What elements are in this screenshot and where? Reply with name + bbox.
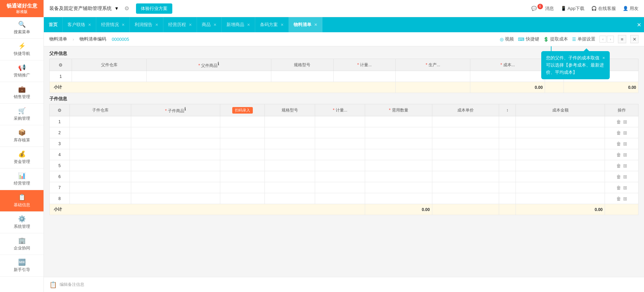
child-warehouse-cell[interactable] bbox=[70, 193, 131, 204]
close-tab-icon[interactable]: ✕ bbox=[189, 23, 192, 27]
online-service-item[interactable]: 🎧 在线客服 bbox=[591, 5, 616, 12]
delete-icon[interactable]: 🗑 bbox=[616, 196, 621, 201]
cost-action[interactable]: 💲 提取成本 bbox=[543, 36, 568, 42]
child-qty-cell[interactable] bbox=[365, 182, 432, 193]
child-warehouse-cell[interactable] bbox=[70, 149, 131, 160]
child-unit-cost-cell[interactable] bbox=[432, 149, 499, 160]
child-unit-cell[interactable] bbox=[315, 171, 365, 182]
child-spec-cell[interactable] bbox=[265, 138, 315, 149]
child-qty-cell[interactable] bbox=[365, 149, 432, 160]
trial-button[interactable]: 体验行业方案 bbox=[136, 3, 172, 14]
tooltip-close-button[interactable]: × bbox=[602, 55, 605, 62]
close-tab-icon[interactable]: ✕ bbox=[88, 23, 91, 27]
delete-icon[interactable]: 🗑 bbox=[616, 174, 621, 179]
sidebar-item-quick-nav[interactable]: ⚡ 快捷导航 bbox=[0, 39, 44, 60]
copy-icon[interactable]: ⊞ bbox=[623, 163, 627, 168]
sidebar-item-system[interactable]: ⚙️ 系统管理 bbox=[0, 212, 44, 233]
child-spec-cell[interactable] bbox=[265, 149, 315, 160]
child-warehouse-cell[interactable] bbox=[70, 127, 131, 138]
child-unit-cost-cell[interactable] bbox=[432, 160, 499, 171]
child-unit-cost-cell[interactable] bbox=[432, 138, 499, 149]
scan-button[interactable]: 扫码录入 bbox=[232, 107, 253, 114]
shortcut-action[interactable]: ⌨ 快捷键 bbox=[518, 36, 539, 42]
close-tab-icon[interactable]: ✕ bbox=[314, 23, 317, 27]
parent-unit-cell[interactable] bbox=[333, 71, 396, 82]
child-qty-cell[interactable] bbox=[365, 138, 432, 149]
copy-icon[interactable]: ⊞ bbox=[623, 196, 627, 201]
child-col-settings[interactable]: ⚙ bbox=[50, 104, 70, 116]
sidebar-item-inventory[interactable]: 📦 库存核算 bbox=[0, 125, 44, 147]
copy-icon[interactable]: ⊞ bbox=[623, 152, 627, 157]
child-qty-cell[interactable] bbox=[365, 116, 432, 127]
close-all-icon[interactable]: ✕ bbox=[637, 22, 641, 28]
close-tab-button[interactable]: ✕ bbox=[630, 35, 639, 43]
delete-icon[interactable]: 🗑 bbox=[616, 119, 621, 125]
sidebar-item-finance[interactable]: 💰 资金管理 bbox=[0, 147, 44, 168]
sidebar-item-basic[interactable]: 📋 基础信息 bbox=[0, 190, 44, 212]
delete-icon[interactable]: 🗑 bbox=[616, 130, 621, 136]
parent-warehouse-cell[interactable] bbox=[72, 71, 147, 82]
child-unit-cost-cell[interactable] bbox=[432, 171, 499, 182]
child-col-scan[interactable]: 扫码录入 bbox=[220, 104, 265, 116]
child-unit-cell[interactable] bbox=[315, 149, 365, 160]
delete-icon[interactable]: 🗑 bbox=[616, 152, 621, 157]
view-action[interactable]: ◎ 视频 bbox=[500, 36, 514, 42]
list-view-button[interactable]: ≡ bbox=[618, 35, 626, 43]
breadcrumb-bom[interactable]: 物料清单 bbox=[49, 36, 67, 42]
bottom-text[interactable]: 编辑备注信息 bbox=[60, 282, 84, 288]
child-unit-cell[interactable] bbox=[315, 127, 365, 138]
delete-icon[interactable]: 🗑 bbox=[616, 141, 621, 147]
child-spec-cell[interactable] bbox=[265, 160, 315, 171]
tab-goods[interactable]: 商品 ✕ bbox=[197, 17, 222, 32]
settings-icon[interactable]: ⚙ bbox=[124, 5, 129, 12]
sidebar-item-guide[interactable]: 🆕 新手引导 bbox=[0, 255, 44, 277]
child-spec-cell[interactable] bbox=[265, 127, 315, 138]
child-unit-cell[interactable] bbox=[315, 160, 365, 171]
sidebar-item-purchase[interactable]: 🛒 采购管理 bbox=[0, 104, 44, 125]
child-unit-cell[interactable] bbox=[315, 138, 365, 149]
app-download-item[interactable]: 📱 App下载 bbox=[561, 5, 584, 12]
child-unit-cost-cell[interactable] bbox=[432, 193, 499, 204]
child-warehouse-cell[interactable] bbox=[70, 182, 131, 193]
child-qty-cell[interactable] bbox=[365, 171, 432, 182]
child-spec-cell[interactable] bbox=[265, 193, 315, 204]
child-unit-cost-cell[interactable] bbox=[432, 116, 499, 127]
tab-profit[interactable]: 利润报告 ✕ bbox=[130, 17, 163, 32]
parent-col-settings[interactable]: ⚙ bbox=[50, 59, 72, 71]
sidebar-item-marketing[interactable]: 📢 营销推广 bbox=[0, 60, 44, 82]
copy-icon[interactable]: ⊞ bbox=[623, 119, 627, 125]
copy-icon[interactable]: ⊞ bbox=[623, 130, 627, 136]
child-spec-cell[interactable] bbox=[265, 116, 315, 127]
next-arrow[interactable]: › bbox=[607, 36, 614, 43]
parent-goods-cell[interactable] bbox=[147, 71, 271, 82]
tab-history[interactable]: 经营历程 ✕ bbox=[163, 17, 197, 32]
copy-icon[interactable]: ⊞ bbox=[623, 141, 627, 147]
sidebar-item-sales[interactable]: 💼 销售管理 bbox=[0, 82, 44, 104]
child-unit-cell[interactable] bbox=[315, 193, 365, 204]
child-spec-cell[interactable] bbox=[265, 182, 315, 193]
tab-operation[interactable]: 经营情况 ✕ bbox=[96, 17, 130, 32]
copy-icon[interactable]: ⊞ bbox=[623, 185, 627, 190]
child-qty-cell[interactable] bbox=[365, 160, 432, 171]
child-warehouse-cell[interactable] bbox=[70, 160, 131, 171]
child-goods-cell[interactable] bbox=[131, 171, 220, 182]
child-warehouse-cell[interactable] bbox=[70, 138, 131, 149]
parent-cost-cell[interactable] bbox=[470, 71, 545, 82]
close-tab-icon[interactable]: ✕ bbox=[281, 23, 284, 27]
sidebar-item-search[interactable]: 🔍 搜索菜单 bbox=[0, 17, 44, 39]
message-item[interactable]: 💬 6 消息 bbox=[531, 5, 554, 12]
close-tab-icon[interactable]: ✕ bbox=[122, 23, 125, 27]
child-goods-cell[interactable] bbox=[131, 193, 220, 204]
child-qty-cell[interactable] bbox=[365, 127, 432, 138]
child-goods-cell[interactable] bbox=[131, 138, 220, 149]
close-tab-icon[interactable]: ✕ bbox=[247, 23, 250, 27]
tab-bom[interactable]: 物料清单 ✕ bbox=[289, 17, 322, 32]
child-warehouse-cell[interactable] bbox=[70, 171, 131, 182]
child-goods-cell[interactable] bbox=[131, 149, 220, 160]
child-qty-cell[interactable] bbox=[365, 193, 432, 204]
doc-settings-action[interactable]: ☰ 单据设置 bbox=[572, 36, 595, 42]
child-unit-cell[interactable] bbox=[315, 182, 365, 193]
prev-arrow[interactable]: ‹ bbox=[599, 36, 606, 43]
parent-production-cell[interactable] bbox=[396, 71, 470, 82]
child-goods-cell[interactable] bbox=[131, 116, 220, 127]
